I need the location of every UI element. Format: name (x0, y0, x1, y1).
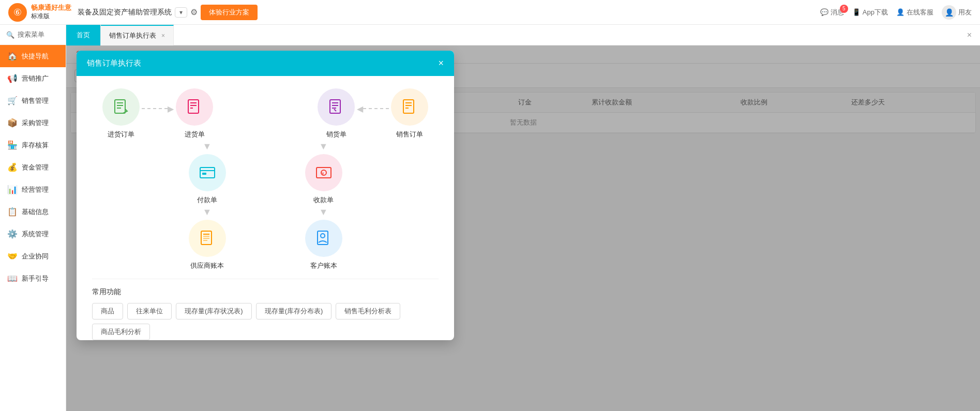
close-all-button[interactable]: × (959, 31, 980, 40)
svg-rect-13 (403, 100, 414, 113)
purchase-order-label: 进货订单 (108, 130, 134, 139)
common-functions-title: 常用功能 (92, 287, 439, 297)
app-download-item[interactable]: 📱 App下载 (852, 8, 888, 17)
user-item[interactable]: 👤 用友 (942, 5, 972, 20)
receipt-icon: ¥ (305, 154, 342, 191)
sidebar-label-enterprise: 企业协同 (22, 252, 49, 261)
trial-button[interactable]: 体验行业方案 (201, 5, 258, 20)
func-btn-goods[interactable]: 商品 (92, 303, 123, 319)
sidebar-label-purchase: 采购管理 (22, 118, 49, 128)
content-body: ❓ 帮助 🖨 按模板打印 ▾ ⬆ 导出 🔄 刷新 (66, 45, 980, 411)
sidebar-item-enterprise[interactable]: 🤝 企业协同 (0, 245, 66, 267)
payment-node[interactable]: 付款单 (189, 154, 226, 205)
customer-ledger-node[interactable]: 客户账本 (305, 220, 342, 270)
app-title-dropdown[interactable]: ▾ (175, 7, 187, 18)
func-btn-sales-profit[interactable]: 销售毛利分析表 (336, 303, 400, 319)
sales-icon: 🛒 (7, 96, 18, 105)
service-icon: 👤 (896, 8, 904, 16)
sidebar-item-system[interactable]: ⚙️ 系统管理 (0, 223, 66, 245)
func-btn-stock-dist[interactable]: 现存量(库存分布表) (256, 303, 332, 319)
marketing-icon: 📢 (7, 73, 18, 83)
tab-home[interactable]: 首页 (66, 25, 101, 45)
sales-order-icon (391, 88, 428, 126)
message-item[interactable]: 💬 消息 5 (820, 8, 844, 17)
svg-rect-0 (115, 100, 125, 113)
sidebar: 🔍 搜索菜单 🏠 快捷导航 📢 营销推广 🛒 销售管理 📦 采购管理 🏪 (0, 25, 66, 411)
purchase-bill-label: 进货单 (185, 130, 205, 139)
sales-bill-node[interactable]: 销货单 (318, 88, 355, 139)
main-area: 🔍 搜索菜单 🏠 快捷导航 📢 营销推广 🛒 销售管理 📦 采购管理 🏪 (0, 25, 980, 411)
customer-ledger-icon (305, 220, 342, 257)
purchase-order-icon (102, 88, 140, 126)
search-icon: 🔍 (6, 31, 14, 39)
phone-icon: 📱 (852, 8, 861, 16)
tab-close-icon[interactable]: × (161, 32, 165, 39)
svg-rect-19 (202, 173, 206, 175)
sidebar-item-basic[interactable]: 📋 基础信息 (0, 201, 66, 223)
tab-sales-order-label: 销售订单执行表 (109, 31, 156, 40)
sidebar-item-guide[interactable]: 📖 新手引导 (0, 267, 66, 290)
func-btn-partner[interactable]: 往来单位 (127, 303, 172, 319)
app-download-label: App下载 (863, 8, 888, 17)
modal-close-button[interactable]: × (438, 58, 444, 69)
top-bar: ⑥ 畅康通好生意 标准版 装备及固定资产辅助管理系统 ▾ ⚙ 体验行业方案 💬 … (0, 0, 980, 25)
svg-rect-8 (330, 100, 340, 113)
inventory-icon: 🏪 (7, 140, 18, 150)
sidebar-item-operation[interactable]: 📊 经营管理 (0, 178, 66, 201)
search-menu-label: 搜索菜单 (18, 30, 44, 39)
sidebar-label-system: 系统管理 (22, 230, 49, 239)
svg-line-12 (334, 109, 336, 111)
settings-button[interactable]: ⚙ (190, 7, 198, 17)
brand-sub: 标准版 (31, 12, 71, 21)
enterprise-icon: 🤝 (7, 251, 18, 261)
sidebar-item-inventory[interactable]: 🏪 库存核算 (0, 134, 66, 156)
tab-sales-order[interactable]: 销售订单执行表 × (101, 25, 174, 45)
supplier-ledger-label: 供应商账本 (190, 261, 224, 270)
logo-text: 畅康通好生意 标准版 (31, 4, 71, 20)
content-area: 首页 销售订单执行表 × × ❓ 帮助 🖨 按 (66, 25, 980, 411)
sales-order-label: 销售订单 (396, 130, 423, 139)
sidebar-label-operation: 经营管理 (22, 185, 49, 194)
sidebar-label-guide: 新手引导 (22, 274, 49, 283)
logo-icon: ⑥ (8, 3, 27, 22)
svg-rect-4 (188, 100, 199, 113)
sidebar-label-inventory: 库存核算 (22, 141, 49, 150)
modal-dialog: 销售订单执行表 × (77, 51, 454, 340)
guide-icon: 📖 (7, 273, 18, 283)
func-btn-stock-status[interactable]: 现存量(库存状况表) (176, 303, 252, 319)
svg-rect-17 (200, 168, 215, 178)
message-icon: 💬 (820, 8, 828, 16)
purchase-bill-icon (176, 88, 213, 126)
sidebar-item-marketing[interactable]: 📢 营销推广 (0, 67, 66, 89)
modal-header: 销售订单执行表 × (77, 51, 454, 76)
app-title: 装备及固定资产辅助管理系统 (78, 8, 172, 17)
brand-name: 畅康通好生意 (31, 4, 71, 12)
sidebar-item-quick-nav[interactable]: 🏠 快捷导航 (0, 45, 66, 67)
customer-ledger-label: 客户账本 (310, 261, 337, 270)
operation-icon: 📊 (7, 185, 18, 194)
sales-order-node[interactable]: 销售订单 (391, 88, 428, 139)
svg-rect-23 (201, 231, 212, 245)
sidebar-label-sales: 销售管理 (22, 96, 49, 105)
supplier-ledger-node[interactable]: 供应商账本 (189, 220, 226, 270)
online-service-label: 在线客服 (907, 8, 933, 17)
logo-area: ⑥ 畅康通好生意 标准版 (8, 3, 71, 22)
sidebar-item-purchase[interactable]: 📦 采购管理 (0, 112, 66, 134)
payment-label: 付款单 (197, 195, 217, 205)
sidebar-label-finance: 资金管理 (22, 163, 49, 172)
svg-text:¥: ¥ (321, 171, 324, 176)
search-menu[interactable]: 🔍 搜索菜单 (0, 25, 66, 45)
sidebar-item-sales[interactable]: 🛒 销售管理 (0, 89, 66, 112)
receipt-node[interactable]: ¥ 收款单 (305, 154, 342, 205)
avatar: 👤 (942, 5, 956, 20)
sidebar-item-finance[interactable]: 💰 资金管理 (0, 156, 66, 178)
func-buttons: 商品 往来单位 现存量(库存状况表) 现存量(库存分布表) 销售毛利分析表 商品… (92, 303, 439, 340)
modal-title: 销售订单执行表 (87, 58, 141, 68)
purchase-icon: 📦 (7, 118, 18, 128)
sales-bill-icon (318, 88, 355, 126)
purchase-order-node[interactable]: 进货订单 (102, 88, 140, 139)
online-service-item[interactable]: 👤 在线客服 (896, 8, 933, 17)
app-title-bar: 装备及固定资产辅助管理系统 ▾ ⚙ 体验行业方案 (78, 5, 814, 20)
func-btn-goods-profit[interactable]: 商品毛利分析 (92, 324, 150, 340)
purchase-bill-node[interactable]: 进货单 (176, 88, 213, 139)
